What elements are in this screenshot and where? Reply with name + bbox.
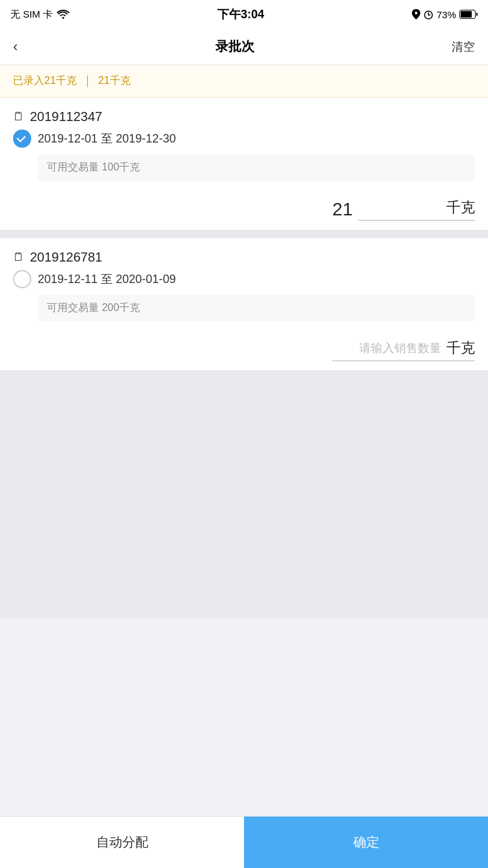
status-left: 无 SIM 卡 xyxy=(10,8,70,21)
batch-2-id: 2019126781 xyxy=(30,250,102,265)
batch-1-qty-row[interactable]: 21 千克 xyxy=(0,191,488,230)
batch-1-doc-icon: 🗒 xyxy=(13,110,25,124)
empty-area xyxy=(0,371,488,618)
total-amount: 21千克 xyxy=(98,74,131,88)
batch-2-date: 2019-12-11 至 2020-01-09 xyxy=(38,271,176,287)
svg-rect-4 xyxy=(461,11,472,18)
wifi-icon xyxy=(57,10,70,19)
batch-1-qty-unit: 千克 xyxy=(446,198,475,217)
batch-item-1: 🗒 2019112347 2019-12-01 至 2019-12-30 可用交… xyxy=(0,98,488,191)
batch-1-qty-value: 21 xyxy=(332,199,353,220)
bottom-bar: 自动分配 确定 xyxy=(0,816,488,868)
batch-1-radio[interactable] xyxy=(13,129,31,148)
batch-2-avail-box: 可用交易量 200千克 xyxy=(38,295,475,321)
back-button[interactable]: ‹ xyxy=(13,38,18,55)
recorded-amount: 已录入21千克 xyxy=(13,74,77,88)
location-icon xyxy=(412,9,420,20)
batch-1-id: 2019112347 xyxy=(30,109,102,124)
batch-1-avail: 可用交易量 100千克 xyxy=(47,161,140,172)
clear-button[interactable]: 清空 xyxy=(452,39,475,55)
batch-1-avail-box: 可用交易量 100千克 xyxy=(38,154,475,181)
carrier-text: 无 SIM 卡 xyxy=(10,8,53,21)
info-divider xyxy=(87,75,88,87)
batch-2-input-wrap: 请输入销售数量 千克 xyxy=(332,338,475,361)
battery-icon xyxy=(459,10,478,19)
section-gap xyxy=(0,230,488,238)
page-title: 录批次 xyxy=(215,38,254,55)
batch-item-1-header: 🗒 2019112347 xyxy=(13,109,475,124)
batch-1-date: 2019-12-01 至 2019-12-30 xyxy=(38,131,176,146)
batch-2-avail: 可用交易量 200千克 xyxy=(47,302,140,313)
batch-1-qty-line xyxy=(358,220,475,221)
batch-2-input-unit: 千克 xyxy=(446,338,475,358)
batch-item-2: 🗒 2019126781 2019-12-11 至 2020-01-09 可用交… xyxy=(0,238,488,332)
auto-distribute-button[interactable]: 自动分配 xyxy=(0,817,244,868)
batch-2-input-underline xyxy=(332,360,475,361)
batch-2-input-top: 请输入销售数量 千克 xyxy=(359,338,475,358)
alarm-icon xyxy=(424,9,433,20)
batch-2-doc-icon: 🗒 xyxy=(13,251,25,264)
batch-card-1: 🗒 2019112347 2019-12-01 至 2019-12-30 可用交… xyxy=(0,98,488,230)
nav-bar: ‹ 录批次 清空 xyxy=(0,29,488,65)
battery-percent: 73% xyxy=(437,9,456,20)
batch-2-date-row[interactable]: 2019-12-11 至 2020-01-09 xyxy=(13,270,475,288)
confirm-button[interactable]: 确定 xyxy=(244,817,488,868)
status-time: 下午3:04 xyxy=(217,7,264,22)
status-right: 73% xyxy=(412,9,478,20)
batch-1-date-row[interactable]: 2019-12-01 至 2019-12-30 xyxy=(13,129,475,148)
status-bar: 无 SIM 卡 下午3:04 73% xyxy=(0,0,488,29)
batch-item-2-header: 🗒 2019126781 xyxy=(13,250,475,265)
batch-2-input-row[interactable]: 请输入销售数量 千克 xyxy=(0,332,488,371)
batch-1-qty-wrap: 千克 xyxy=(358,198,475,221)
batch-2-input-placeholder: 请输入销售数量 xyxy=(359,340,441,356)
batch-card-2: 🗒 2019126781 2019-12-11 至 2020-01-09 可用交… xyxy=(0,238,488,371)
info-banner: 已录入21千克 21千克 xyxy=(0,65,488,98)
batch-2-radio[interactable] xyxy=(13,270,31,288)
